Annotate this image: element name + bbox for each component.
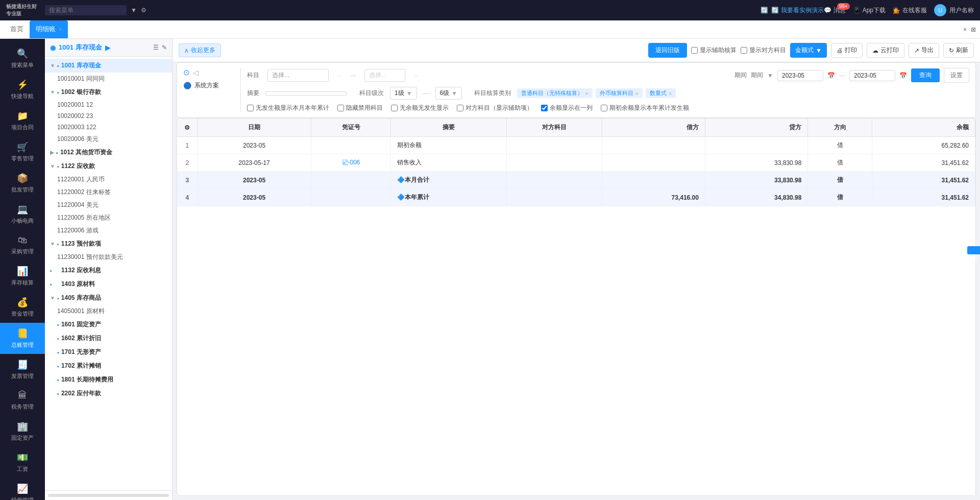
tab-close-btn[interactable]: ×: [963, 26, 967, 33]
account-selector[interactable]: ◉ 1001 库存现金 ▶: [50, 43, 110, 52]
user-profile[interactable]: U 用户名称: [934, 4, 974, 16]
tab-detail[interactable]: 明细账 ×: [30, 20, 68, 38]
tree-item-1001[interactable]: ▼ ▪ 1001 库存现金: [45, 59, 172, 73]
tag1-close-icon[interactable]: ×: [585, 90, 588, 97]
sidebar-item-inventory[interactable]: 📊 库存核算: [0, 260, 45, 292]
query-btn[interactable]: 查询: [911, 68, 940, 82]
horizontal-scrollbar[interactable]: [48, 494, 169, 497]
refresh-btn[interactable]: ↻ 刷新: [943, 43, 974, 58]
summary-input[interactable]: [265, 91, 347, 96]
print-btn[interactable]: 🖨 打印: [831, 43, 863, 58]
cb-hide-disabled[interactable]: 隐藏禁用科目: [337, 104, 383, 112]
tab-home[interactable]: 首页: [4, 20, 30, 38]
show-aux-checkbox[interactable]: 显示辅助核算: [691, 46, 737, 55]
edit-icon[interactable]: ✎: [162, 44, 167, 51]
list-icon[interactable]: ☰: [153, 44, 159, 51]
tree-item-10020006[interactable]: 10020006 美元: [45, 133, 172, 146]
tree-item-1002[interactable]: ▼ ▪ 1002 银行存款: [45, 85, 172, 99]
message-btn[interactable]: 💬 消息 99+: [824, 6, 846, 15]
tree-item-11220004[interactable]: 11220004 美元: [45, 199, 172, 211]
col-settings[interactable]: ⚙: [177, 118, 198, 137]
tree-item-10020002[interactable]: 10020002 23: [45, 110, 172, 122]
sidebar-item-wholesale[interactable]: 📦 批发管理: [0, 168, 45, 199]
tree-item-10020003[interactable]: 10020003 122: [45, 122, 172, 133]
tree-item-1012[interactable]: ▶ ▪ 1012 其他货币资金: [45, 146, 172, 159]
demo-link[interactable]: 🔄 🔄 我要看实例演示: [761, 6, 823, 15]
settings-icon[interactable]: ⚙: [141, 7, 146, 14]
calendar-from-icon[interactable]: 📅: [827, 72, 835, 79]
dropdown-arrow-icon[interactable]: ▼: [131, 7, 137, 14]
voucher-link-2[interactable]: 记-006: [342, 159, 360, 166]
sidebar-item-capital[interactable]: 💰 资金管理: [0, 292, 45, 323]
tree-item-11220001[interactable]: 11220001 人民币: [45, 173, 172, 186]
filter-icon[interactable]: ⊙: [183, 68, 190, 77]
sidebar-item-ledger[interactable]: 📒 总账管理: [0, 323, 45, 354]
tree-item-10010001[interactable]: 10010001 同同同: [45, 73, 172, 85]
sidebar-item-invoice[interactable]: 🧾 发票管理: [0, 354, 45, 385]
tree-item-1403[interactable]: ▪ 1403 原材料: [45, 277, 172, 291]
table-settings-icon[interactable]: ⚙: [184, 124, 190, 131]
export-btn[interactable]: ↗ 导出: [909, 43, 939, 58]
row-voucher-2[interactable]: 记-006: [311, 154, 391, 172]
cb-balance-one-col[interactable]: 余额显示在一列: [541, 104, 593, 112]
sidebar-item-search[interactable]: 🔍 搜索菜单: [0, 43, 45, 74]
sidebar-item-retail[interactable]: 🛒 零售管理: [0, 136, 45, 168]
tag-foreign-currency[interactable]: 外币核算科目 ×: [596, 88, 643, 98]
tree-item-1405[interactable]: ▼ ▪ 1405 库存商品: [45, 291, 172, 305]
sidebar-item-project[interactable]: 📁 项目合同: [0, 105, 45, 136]
tab-close-icon[interactable]: ×: [59, 26, 62, 32]
sidebar-item-purchase[interactable]: 🛍 采购管理: [0, 230, 45, 260]
tree-item-11220005[interactable]: 11220005 所在地区: [45, 211, 172, 224]
tab-expand-btn[interactable]: ⊠: [971, 26, 976, 33]
tree-item-14050001[interactable]: 14050001 原材料: [45, 305, 172, 318]
cb-contra[interactable]: 对方科目（显示辅助项）: [457, 104, 533, 112]
app-download-btn[interactable]: 📱 App下载: [853, 6, 886, 15]
sidebar-item-shortcut[interactable]: ⚡ 快捷导航: [0, 74, 45, 105]
period-dropdown-icon[interactable]: ▼: [767, 72, 773, 79]
show-contra-checkbox[interactable]: 显示对方科目: [741, 46, 786, 55]
tree-item-1801[interactable]: ▪ 1801 长期待摊费用: [45, 373, 172, 387]
period-to-input[interactable]: 2023-05: [849, 70, 895, 81]
cb-no-amount[interactable]: 无发生额显示本月本年累计: [247, 104, 329, 112]
tag3-close-icon[interactable]: ×: [669, 90, 672, 97]
format-dropdown-btn[interactable]: 金额式 ▼: [790, 43, 827, 58]
account-nav-icon[interactable]: ▶: [105, 44, 110, 52]
tree-item-11220006[interactable]: 11220006 游戏: [45, 224, 172, 237]
cloud-print-btn[interactable]: ☁ 云打印: [867, 43, 904, 58]
tree-item-1123[interactable]: ▼ ▪ 1123 预付款项: [45, 237, 172, 251]
tree-item-11230001[interactable]: 11230001 预付款款美元: [45, 251, 172, 264]
subject-end-input[interactable]: 选择...: [364, 69, 405, 82]
tree-item-11220002[interactable]: 11220002 往来标签: [45, 186, 172, 199]
tab-controls: × ⊠: [963, 26, 976, 33]
cb-no-balance[interactable]: 无余额无发生显示: [391, 104, 449, 112]
subject-input[interactable]: 选择...: [267, 69, 329, 82]
online-service-btn[interactable]: 💁 在线客服: [893, 6, 927, 15]
right-side-tab[interactable]: 查询: [967, 246, 980, 254]
tree-item-10020001[interactable]: 10020001 12: [45, 99, 172, 110]
tag2-close-icon[interactable]: ×: [635, 90, 639, 97]
sidebar-item-asset[interactable]: 🏢 固定资产: [0, 416, 45, 447]
sidebar-item-ecommerce[interactable]: 💻 小畅电商: [0, 199, 45, 230]
level-from-select[interactable]: 1级 ▼: [390, 87, 417, 100]
calendar-to-icon[interactable]: 📅: [899, 72, 907, 79]
sidebar-item-biz[interactable]: 📈 经营管理: [0, 478, 45, 500]
collapse-left-icon[interactable]: ◁: [193, 68, 199, 77]
return-old-btn[interactable]: 退回旧版: [648, 43, 687, 58]
sidebar-item-salary[interactable]: 💵 工资: [0, 447, 45, 478]
tree-item-1702[interactable]: ▪ 1702 累计摊销: [45, 359, 172, 373]
tree-item-1602[interactable]: ▪ 1602 累计折旧: [45, 331, 172, 345]
tree-item-1701[interactable]: ▪ 1701 无形资产: [45, 345, 172, 359]
setting-btn[interactable]: 设置: [944, 68, 969, 83]
level-to-select[interactable]: 6级 ▼: [435, 87, 462, 100]
tree-item-1122[interactable]: ▼ ▪ 1122 应收款: [45, 159, 172, 173]
collapse-more-btn[interactable]: ∧ 收起更多: [179, 43, 221, 57]
sidebar-item-tax[interactable]: 🏛 税务管理: [0, 385, 45, 416]
tag-normal-subject[interactable]: 普通科目（无特殊核算） ×: [517, 88, 592, 98]
cb-opening-balance[interactable]: 期初余额显示本年累计发生额: [601, 104, 689, 112]
title-input[interactable]: [45, 5, 127, 15]
tag-quantity[interactable]: 数量式 ×: [646, 88, 676, 98]
tree-item-1132[interactable]: ▪ 1132 应收利息: [45, 264, 172, 277]
tree-item-1601[interactable]: ▪ 1601 固定资产: [45, 318, 172, 331]
tree-item-2202[interactable]: ▪ 2202 应付年款: [45, 387, 172, 400]
period-from-input[interactable]: 2023-05: [777, 70, 823, 81]
